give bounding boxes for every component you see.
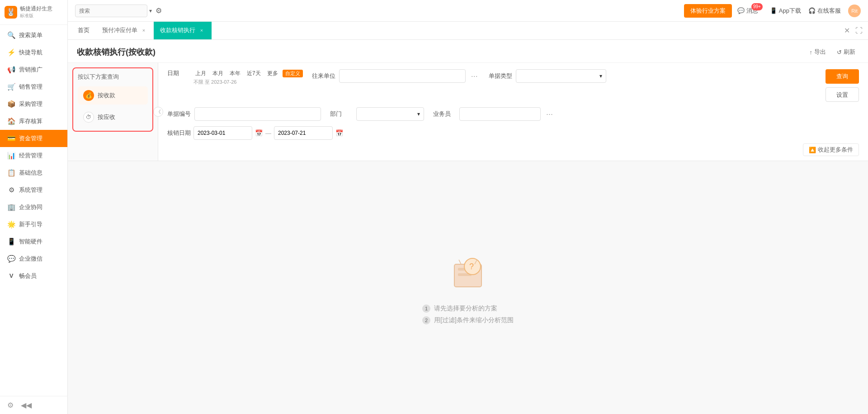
calendar-end-icon[interactable]: 📅 xyxy=(335,129,343,137)
topbar: ▾ ⚙ 体验行业方案 💬 消息 99+ 📱 App下载 🎧 在线客服 Rit xyxy=(68,0,868,22)
topbar-left: ▾ ⚙ xyxy=(75,5,679,17)
query-button[interactable]: 查询 xyxy=(826,69,859,84)
refresh-button[interactable]: ↺ 刷新 xyxy=(833,46,859,58)
sidebar-item-purchase[interactable]: 📦 采购管理 xyxy=(0,95,67,113)
collapse-icon[interactable]: ◀◀ xyxy=(21,401,32,409)
sidebar-item-label: 库存核算 xyxy=(19,117,42,125)
wechat-icon: 💬 xyxy=(7,255,15,263)
online-service-label: 在线客服 xyxy=(817,7,841,15)
doc-type-field: 单据类型 ▾ xyxy=(489,69,606,83)
search-input[interactable] xyxy=(75,5,147,17)
sidebar-item-label: 销售管理 xyxy=(19,83,42,91)
export-button[interactable]: ↑ 导出 xyxy=(806,46,830,58)
filter-collapse-button[interactable]: 《 xyxy=(153,107,163,117)
service-icon: 🎧 xyxy=(808,7,816,14)
inventory-icon: 🏠 xyxy=(7,117,15,125)
sidebar-item-label: 基础信息 xyxy=(19,169,42,177)
tip-text-1: 请先选择要分析的方案 xyxy=(434,305,497,313)
hardware-icon: 📱 xyxy=(7,238,15,246)
member-icon: V xyxy=(7,272,15,280)
online-service-button[interactable]: 🎧 在线客服 xyxy=(808,7,841,15)
counterpart-dots-button[interactable]: ··· xyxy=(469,71,480,81)
sidebar-item-quick[interactable]: ⚡ 快捷导航 xyxy=(0,44,67,61)
tab-prepay[interactable]: 预付冲应付单 × xyxy=(96,22,154,39)
app-download-button[interactable]: 📱 App下载 xyxy=(770,7,801,15)
date-no-limit: 不限 至 2023-07-26 xyxy=(193,79,303,86)
date-links: 上月 本月 本年 近7天 更多 自定义 xyxy=(193,69,303,78)
sidebar-item-hardware[interactable]: 📱 智能硬件 xyxy=(0,233,67,250)
sidebar-item-operations[interactable]: 📊 经营管理 xyxy=(0,147,67,164)
topbar-icons: 💬 消息 99+ 📱 App下载 🎧 在线客服 Rit xyxy=(737,5,861,17)
sidebar-item-label: 新手引导 xyxy=(19,220,42,228)
date-separator: — xyxy=(265,130,271,137)
staff-input[interactable] xyxy=(459,107,541,121)
sidebar-item-system[interactable]: ⚙ 系统管理 xyxy=(0,181,67,199)
search-chevron-icon[interactable]: ▾ xyxy=(149,8,152,14)
user-profile[interactable]: Rit xyxy=(848,5,861,17)
operations-icon: 📊 xyxy=(7,152,15,160)
sidebar-item-member[interactable]: V 畅会员 xyxy=(0,267,67,285)
sidebar-item-search[interactable]: 🔍 搜索菜单 xyxy=(0,27,67,44)
staff-dots-button[interactable]: ··· xyxy=(544,109,555,119)
custom-date-badge[interactable]: 自定义 xyxy=(283,70,303,77)
sidebar-item-guide[interactable]: 🌟 新手引导 xyxy=(0,216,67,233)
tip-num-1: 1 xyxy=(422,305,430,313)
more-dates-link[interactable]: 更多 xyxy=(265,69,280,78)
filter-option-by-receipt[interactable]: 💰 按收款 xyxy=(78,86,148,105)
message-button[interactable]: 💬 消息 99+ xyxy=(737,7,758,15)
app-icon: 📱 xyxy=(770,7,777,14)
tab-home[interactable]: 首页 xyxy=(71,22,96,39)
tab-collect-close-icon[interactable]: × xyxy=(198,27,205,34)
gear-button[interactable]: ⚙ xyxy=(156,6,162,15)
sidebar-item-marketing[interactable]: 📢 营销推广 xyxy=(0,61,67,78)
refresh-label: 刷新 xyxy=(844,48,855,56)
tab-close-all-button[interactable]: ✕ xyxy=(842,24,852,37)
more-conditions-area: 🔼 收起更多条件 xyxy=(167,143,859,156)
verify-date-end-input[interactable] xyxy=(274,126,333,140)
chevron-down-icon: ▾ xyxy=(599,73,602,79)
doc-type-select[interactable]: ▾ xyxy=(516,69,606,83)
sidebar-item-finance[interactable]: 💳 资金管理 xyxy=(0,130,67,147)
finance-icon: 💳 xyxy=(7,134,15,143)
empty-svg: ? xyxy=(445,251,491,296)
staff-field: 业务员 ··· xyxy=(433,107,555,121)
sidebar-item-label: 经营管理 xyxy=(19,152,42,160)
sidebar-item-label: 营销推广 xyxy=(19,66,42,74)
tab-prepay-close-icon[interactable]: × xyxy=(140,27,147,34)
empty-tip-1: 1 请先选择要分析的方案 xyxy=(422,305,514,313)
empty-illustration: ? xyxy=(445,251,491,297)
settings-icon[interactable]: ⚙ xyxy=(7,401,14,409)
settings-button[interactable]: 设置 xyxy=(826,87,859,102)
sidebar-item-enterprise[interactable]: 🏢 企业协同 xyxy=(0,199,67,216)
sidebar-item-basic[interactable]: 📋 基础信息 xyxy=(0,164,67,181)
this-year-link[interactable]: 本年 xyxy=(228,69,242,78)
counterpart-input[interactable] xyxy=(339,69,466,83)
sales-icon: 🛒 xyxy=(7,83,15,91)
page-header: 收款核销执行(按收款) ↑ 导出 ↺ 刷新 xyxy=(68,40,868,63)
doc-no-input[interactable] xyxy=(194,107,321,121)
industry-solution-button[interactable]: 体验行业方案 xyxy=(684,4,732,18)
sidebar-item-inventory[interactable]: 🏠 库存核算 xyxy=(0,113,67,130)
sidebar-item-wechat[interactable]: 💬 企业微信 xyxy=(0,250,67,267)
last-7days-link[interactable]: 近7天 xyxy=(245,69,263,78)
basic-icon: 📋 xyxy=(7,169,15,177)
sidebar-item-label: 搜索菜单 xyxy=(19,31,42,39)
counterpart-label: 往来单位 xyxy=(312,72,335,80)
empty-state: ? 1 请先选择要分析的方案 2 用[过滤]条件来缩小分析范围 xyxy=(68,161,868,414)
filter-option-by-receivable[interactable]: ⏱ 按应收 xyxy=(78,108,148,126)
this-month-link[interactable]: 本月 xyxy=(211,69,225,78)
calendar-start-icon[interactable]: 📅 xyxy=(255,129,263,137)
empty-tips: 1 请先选择要分析的方案 2 用[过滤]条件来缩小分析范围 xyxy=(422,305,514,324)
sidebar-item-sales[interactable]: 🛒 销售管理 xyxy=(0,78,67,95)
message-icon: 💬 xyxy=(737,7,745,14)
last-month-link[interactable]: 上月 xyxy=(193,69,208,78)
tab-expand-button[interactable]: ⛶ xyxy=(854,25,864,37)
dept-select[interactable]: ▾ xyxy=(356,107,424,121)
tab-actions: ✕ ⛶ xyxy=(842,22,864,39)
sidebar-item-label: 资金管理 xyxy=(19,134,42,143)
sidebar-item-label: 系统管理 xyxy=(19,186,42,194)
tab-collect[interactable]: 收款核销执行 × xyxy=(154,22,212,39)
more-conditions-button[interactable]: 🔼 收起更多条件 xyxy=(803,143,859,156)
verify-date-start-input[interactable] xyxy=(193,126,252,140)
filter-options: 💰 按收款 ⏱ 按应收 xyxy=(78,86,148,126)
